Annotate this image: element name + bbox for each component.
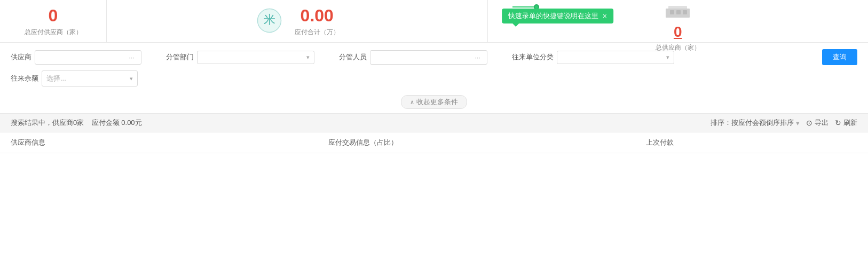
export-button[interactable]: ⊙ 导出 xyxy=(806,118,828,128)
results-info: 搜索结果中，供应商0家 应付金额 0.00元 xyxy=(11,118,142,128)
sort-chevron-icon: ▾ xyxy=(796,119,800,127)
balance-chevron-icon: ▾ xyxy=(130,75,133,82)
unit-class-dropdown[interactable]: ▾ xyxy=(557,51,674,64)
results-actions: 排序：按应付会额倒序排序 ▾ ⊙ 导出 ↻ 刷新 xyxy=(711,118,857,128)
svg-rect-4 xyxy=(670,10,674,14)
svg-text:米: 米 xyxy=(263,13,275,26)
export-icon: ⊙ xyxy=(806,119,812,127)
refresh-label: 刷新 xyxy=(843,118,857,128)
balance-filter: 往来余额 选择... ▾ xyxy=(11,70,138,87)
person-input[interactable]: ··· xyxy=(370,50,487,65)
refresh-button[interactable]: ↻ 刷新 xyxy=(835,118,857,128)
sort-dropdown[interactable]: 排序：按应付会额倒序排序 ▾ xyxy=(711,118,800,128)
supplier-input[interactable]: ··· xyxy=(35,50,141,65)
col-last-payment-header: 上次付款 xyxy=(646,138,858,147)
payable-total-label: 应付合计（万） xyxy=(295,28,340,37)
export-label: 导出 xyxy=(815,118,828,128)
amount-summary: 应付金额 0.00元 xyxy=(92,119,142,127)
unit-class-filter: 往来单位分类 ▾ xyxy=(512,51,674,64)
filter-section: 供应商 ··· 分管部门 ▾ 分管人员 ··· 往来单位分类 xyxy=(0,43,868,114)
person-dots[interactable]: ··· xyxy=(472,53,483,61)
total-payable-vendors-label: 总应付供应商（家） xyxy=(25,28,82,37)
department-label: 分管部门 xyxy=(166,52,194,62)
department-chevron-icon: ▾ xyxy=(306,54,310,61)
person-filter: 分管人员 ··· xyxy=(339,50,487,65)
balance-placeholder: 选择... xyxy=(46,74,66,83)
department-dropdown[interactable]: ▾ xyxy=(197,51,314,64)
refresh-icon: ↻ xyxy=(835,119,841,127)
department-filter: 分管部门 ▾ xyxy=(166,51,314,64)
unit-class-chevron-icon: ▾ xyxy=(666,54,669,61)
unit-class-label: 往来单位分类 xyxy=(512,52,554,62)
filter-row-2: 往来余额 选择... ▾ xyxy=(11,70,857,87)
balance-dropdown[interactable]: 选择... ▾ xyxy=(42,70,138,87)
building-icon xyxy=(666,1,690,21)
supplier-label: 供应商 xyxy=(11,52,31,62)
col-transaction-header: 应付交易信息（占比） xyxy=(328,138,646,147)
tooltip-vendor-block: 快速录单的快捷键说明在这里 × 0 总供应商（家） xyxy=(488,0,869,42)
stats-bar: 0 总应付供应商（家） 米 0.00 应付合计（万） 快速录单的快捷键说明在这里… xyxy=(0,0,868,43)
table-body xyxy=(0,153,868,275)
svg-rect-6 xyxy=(683,10,687,14)
tooltip-close-icon[interactable]: × xyxy=(603,12,607,20)
table-header: 供应商信息 应付交易信息（占比） 上次付款 xyxy=(0,132,868,153)
query-button[interactable]: 查询 xyxy=(822,49,857,65)
svg-rect-5 xyxy=(676,10,681,14)
person-label: 分管人员 xyxy=(339,52,367,62)
payable-total-block: 米 0.00 应付合计（万） xyxy=(107,0,488,42)
collapse-button[interactable]: ∧ 收起更多条件 xyxy=(401,95,467,109)
balance-label: 往来余额 xyxy=(11,74,38,83)
supplier-dots[interactable]: ··· xyxy=(127,53,137,61)
total-payable-vendors-block: 0 总应付供应商（家） xyxy=(0,0,107,42)
sort-label: 排序：按应付会额倒序排序 xyxy=(711,118,794,128)
supplier-filter: 供应商 ··· xyxy=(11,50,141,65)
quick-shortcut-tooltip: 快速录单的快捷键说明在这里 × xyxy=(502,9,613,23)
collapse-chevron-icon: ∧ xyxy=(410,99,414,106)
tooltip-text: 快速录单的快捷键说明在这里 xyxy=(508,11,598,21)
results-bar: 搜索结果中，供应商0家 应付金额 0.00元 排序：按应付会额倒序排序 ▾ ⊙ … xyxy=(0,114,868,132)
total-vendors-label: 总供应商（家） xyxy=(656,43,700,52)
filter-row-1: 供应商 ··· 分管部门 ▾ 分管人员 ··· 往来单位分类 xyxy=(11,49,857,65)
collapse-label: 收起更多条件 xyxy=(416,97,458,107)
results-summary: 搜索结果中，供应商0家 xyxy=(11,119,84,127)
payable-total-number: 0.00 xyxy=(301,5,334,26)
col-supplier-header: 供应商信息 xyxy=(11,138,328,147)
collapse-bar: ∧ 收起更多条件 xyxy=(11,92,857,113)
total-vendors-number: 0 xyxy=(674,23,682,41)
total-payable-vendors-number: 0 xyxy=(49,5,58,26)
bee-icon: 米 xyxy=(255,6,284,37)
